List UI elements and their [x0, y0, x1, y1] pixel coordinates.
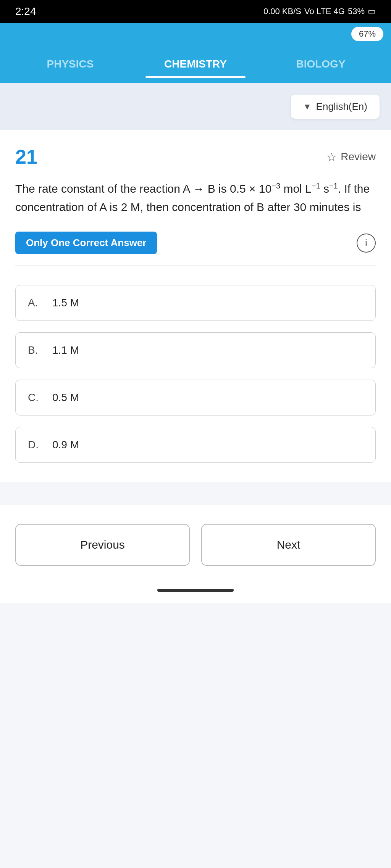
- chevron-down-icon: ▼: [303, 102, 312, 112]
- option-a-label: A.: [28, 297, 43, 309]
- question-header: 21 ☆ Review: [15, 145, 376, 168]
- next-button[interactable]: Next: [201, 524, 376, 566]
- network-info: 0.00 KB/S: [263, 6, 301, 16]
- option-a[interactable]: A. 1.5 M: [15, 285, 376, 321]
- answer-type-badge: Only One Correct Answer: [15, 232, 157, 254]
- option-c[interactable]: C. 0.5 M: [15, 380, 376, 415]
- tab-physics[interactable]: PHYSICS: [8, 50, 133, 78]
- option-a-value: 1.5 M: [52, 297, 79, 309]
- language-selector[interactable]: ▼ English(En): [291, 95, 380, 119]
- option-c-label: C.: [28, 391, 43, 404]
- status-icons: 0.00 KB/S Vo LTE 4G 53% ▭: [263, 6, 376, 16]
- option-b-value: 1.1 M: [52, 344, 79, 356]
- status-bar: 2:24 0.00 KB/S Vo LTE 4G 53% ▭: [0, 0, 391, 23]
- progress-bar-area: 67%: [0, 23, 391, 45]
- tab-biology[interactable]: BIOLOGY: [258, 50, 383, 78]
- nav-buttons: Previous Next: [0, 505, 391, 581]
- star-icon: ☆: [326, 150, 337, 164]
- info-icon: i: [365, 237, 367, 249]
- option-b[interactable]: B. 1.1 M: [15, 332, 376, 368]
- divider: [15, 266, 376, 266]
- home-indicator: [157, 589, 234, 592]
- review-button[interactable]: ☆ Review: [326, 150, 376, 164]
- option-d-value: 0.9 M: [52, 439, 79, 451]
- option-d-label: D.: [28, 439, 43, 451]
- option-c-value: 0.5 M: [52, 391, 79, 404]
- language-area: ▼ English(En): [0, 83, 391, 130]
- option-b-label: B.: [28, 344, 43, 356]
- previous-button[interactable]: Previous: [15, 524, 190, 566]
- options-container: A. 1.5 M B. 1.1 M C. 0.5 M D. 0.9 M: [15, 277, 376, 470]
- info-button[interactable]: i: [357, 234, 376, 253]
- language-label: English(En): [316, 101, 367, 113]
- battery-percent: 53%: [348, 6, 365, 16]
- tab-chemistry[interactable]: CHEMISTRY: [133, 50, 258, 78]
- question-text: The rate constant of the reaction A → B …: [15, 180, 376, 216]
- answer-type-row: Only One Correct Answer i: [15, 232, 376, 254]
- tab-bar: PHYSICS CHEMISTRY BIOLOGY: [0, 45, 391, 83]
- battery-icon: ▭: [368, 6, 376, 16]
- status-time: 2:24: [15, 5, 36, 18]
- bottom-indicator: [0, 581, 391, 603]
- review-label: Review: [341, 151, 376, 163]
- question-number: 21: [15, 145, 37, 168]
- progress-fraction: 67%: [351, 27, 383, 41]
- network-type: Vo LTE 4G: [304, 6, 345, 16]
- option-d[interactable]: D. 0.9 M: [15, 427, 376, 463]
- spacer: [0, 482, 391, 505]
- main-content: 21 ☆ Review The rate constant of the rea…: [0, 130, 391, 482]
